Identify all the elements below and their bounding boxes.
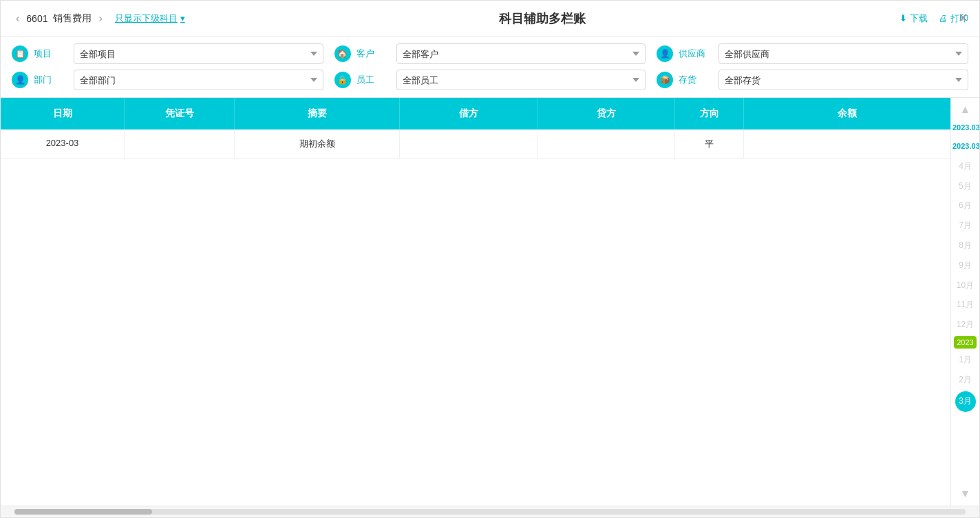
sidebar-item-6[interactable]: 6月 (951, 196, 979, 216)
table-row: 2023-03 期初余额 平 (1, 130, 950, 159)
department-label: 部门 (34, 74, 68, 86)
sidebar-item-2023-03-2[interactable]: 2023.03 (951, 137, 979, 156)
show-sub-label: 只显示下级科目 (115, 12, 178, 25)
sidebar-item-12[interactable]: 12月 (951, 315, 979, 335)
show-sub-button[interactable]: 只显示下级科目 ▾ (115, 12, 185, 25)
cell-credit (537, 130, 675, 158)
download-label: 下载 (910, 12, 928, 25)
cell-direction: 平 (675, 130, 744, 158)
sidebar-item-5[interactable]: 5月 (951, 176, 979, 196)
table-area: 日期 凭证号 摘要 借方 贷方 方向 余额 2023-03 期初余额 平 (1, 98, 950, 506)
inventory-label: 存货 (679, 74, 713, 86)
inventory-icon: 📦 (657, 72, 673, 88)
employee-select[interactable]: 全部员工 (396, 70, 646, 90)
employee-label: 员工 (356, 74, 391, 86)
cell-balance (744, 130, 950, 158)
project-label: 项目 (34, 48, 68, 60)
table-header: 日期 凭证号 摘要 借方 贷方 方向 余额 (1, 98, 950, 130)
page-title: 科目辅助多栏账 (185, 10, 899, 27)
col-debit: 借方 (400, 98, 537, 130)
sidebar-item-9[interactable]: 9月 (951, 256, 979, 276)
department-icon: 👤 (12, 72, 28, 88)
scrollbar-thumb[interactable] (14, 509, 152, 515)
cell-voucher (125, 130, 235, 158)
sidebar-item-3-active[interactable]: 3月 (955, 391, 976, 412)
employee-icon: 🔒 (334, 72, 351, 88)
filter-employee: 🔒 员工 全部员工 (334, 70, 646, 90)
table-body: 2023-03 期初余额 平 (1, 130, 950, 159)
sidebar-item-11[interactable]: 11月 (951, 295, 979, 315)
sidebar-item-4[interactable]: 4月 (951, 156, 979, 176)
sidebar-item-8[interactable]: 8月 (951, 236, 979, 256)
supplier-label: 供应商 (679, 48, 713, 60)
filter-inventory: 📦 存货 全部存货 (657, 70, 968, 90)
download-icon: ⬇ (899, 13, 907, 23)
sidebar-item-7[interactable]: 7月 (951, 216, 979, 236)
cell-date: 2023-03 (1, 130, 125, 158)
sidebar-item-2[interactable]: 2月 (951, 370, 979, 390)
cell-debit (400, 130, 537, 158)
sidebar-down-nav[interactable]: ▼ (957, 485, 974, 503)
right-sidebar: ▲ 2023.03 2023.03 4月 5月 6月 7月 8月 9月 10月 … (950, 98, 979, 506)
prev-account-button[interactable]: ‹ (12, 11, 23, 26)
col-balance: 余额 (744, 98, 950, 130)
sidebar-item-2023-03-1[interactable]: 2023.03 (951, 118, 979, 137)
col-direction: 方向 (675, 98, 744, 130)
department-select[interactable]: 全部部门 (74, 70, 323, 90)
supplier-icon: 👤 (657, 45, 673, 62)
customer-icon: 🏠 (334, 45, 351, 62)
close-button[interactable]: ✕ (958, 10, 968, 25)
next-account-button[interactable]: › (94, 11, 106, 26)
filter-area: 📋 项目 全部项目 🏠 客户 全部客户 👤 供应商 全部供应商 👤 部门 全 (1, 37, 979, 98)
print-icon: 🖨 (939, 13, 948, 23)
scrollbar-track (14, 509, 966, 515)
sidebar-up-nav[interactable]: ▲ (957, 101, 974, 118)
supplier-select[interactable]: 全部供应商 (718, 43, 968, 64)
cell-summary: 期初余额 (235, 130, 400, 158)
filter-customer: 🏠 客户 全部客户 (334, 43, 646, 64)
sidebar-year-badge[interactable]: 2023 (954, 336, 977, 349)
filter-project: 📋 项目 全部项目 (12, 43, 323, 64)
col-voucher: 凭证号 (125, 98, 235, 130)
sidebar-item-1[interactable]: 1月 (951, 350, 979, 370)
scrollbar-area[interactable] (1, 506, 979, 517)
show-sub-chevron-icon: ▾ (180, 13, 185, 23)
customer-label: 客户 (356, 48, 391, 60)
customer-select[interactable]: 全部客户 (396, 43, 646, 64)
col-credit: 贷方 (537, 98, 675, 130)
download-button[interactable]: ⬇ 下载 (899, 12, 928, 25)
col-date: 日期 (1, 98, 125, 130)
project-select[interactable]: 全部项目 (74, 43, 323, 64)
account-code: 6601 (26, 13, 47, 24)
project-icon: 📋 (12, 45, 28, 62)
col-summary: 摘要 (235, 98, 400, 130)
account-name: 销售费用 (53, 12, 92, 25)
filter-department: 👤 部门 全部部门 (12, 70, 323, 90)
inventory-select[interactable]: 全部存货 (718, 70, 968, 90)
sidebar-item-10[interactable]: 10月 (951, 276, 979, 296)
filter-supplier: 👤 供应商 全部供应商 (657, 43, 968, 64)
